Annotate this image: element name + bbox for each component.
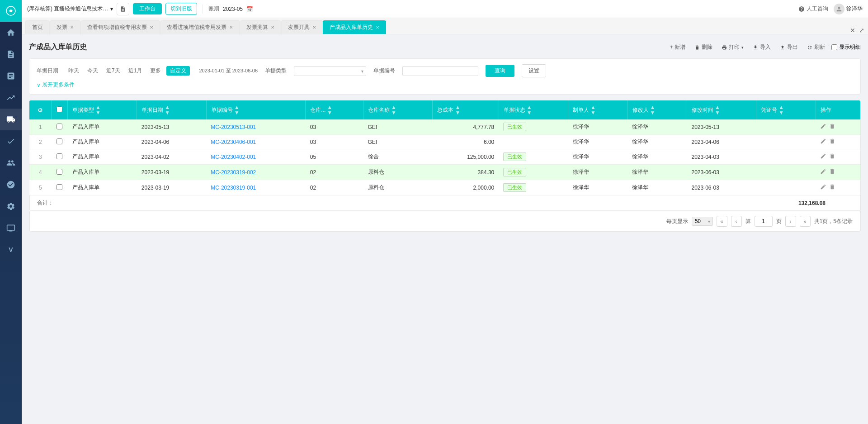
tab-product-history[interactable]: 产成品入库单历史 ✕ bbox=[323, 20, 386, 34]
date-filter-label: 单据日期 bbox=[37, 67, 58, 75]
sidebar-item-warehouse[interactable] bbox=[0, 109, 22, 130]
doc-icon-button[interactable] bbox=[117, 3, 129, 15]
expand-filter-button[interactable]: ∨ 展开更多条件 bbox=[37, 81, 75, 89]
workbench-button[interactable]: 工作台 bbox=[133, 3, 162, 14]
sidebar-item-chart[interactable] bbox=[0, 65, 22, 87]
edit-icon[interactable] bbox=[820, 168, 826, 176]
tab-check-sales[interactable]: 查看销项增值税专用发票 ✕ bbox=[80, 20, 160, 34]
column-settings-icon[interactable]: ⚙ bbox=[34, 104, 47, 116]
row-number[interactable]: MC-20230319-002 bbox=[206, 165, 306, 180]
tab-check-purchase[interactable]: 查看进项增值税专用发票 ✕ bbox=[160, 20, 240, 34]
th-date[interactable]: 单据日期▲▼ bbox=[137, 100, 206, 119]
company-selector[interactable]: (库存核算) 直播轻抻通信息技术股份... ▾ bbox=[27, 5, 113, 13]
prev-page-button[interactable]: ‹ bbox=[731, 216, 742, 227]
edit-icon[interactable] bbox=[820, 153, 826, 161]
th-status[interactable]: 单据状态▲▼ bbox=[499, 100, 568, 119]
row-number[interactable]: MC-20230402-001 bbox=[206, 149, 306, 165]
tab-invoice-calc[interactable]: 发票测算 ✕ bbox=[240, 20, 281, 34]
last-page-button[interactable]: » bbox=[800, 216, 811, 227]
th-creator[interactable]: 制单人▲▼ bbox=[568, 100, 627, 119]
row-number[interactable]: MC-20230319-001 bbox=[206, 180, 306, 195]
type-select[interactable] bbox=[294, 66, 366, 76]
edit-icon[interactable] bbox=[820, 184, 826, 191]
date-option-more[interactable]: 更多 bbox=[147, 66, 164, 76]
export-button[interactable]: 导出 bbox=[777, 42, 801, 53]
sidebar-item-group[interactable] bbox=[0, 152, 22, 174]
delete-row-icon[interactable] bbox=[829, 184, 835, 191]
edit-icon[interactable] bbox=[820, 138, 826, 146]
table-row: 5 产品入库单 2023-03-19 MC-20230319-001 02 原料… bbox=[29, 180, 860, 195]
tab-product-history-close[interactable]: ✕ bbox=[376, 25, 379, 30]
row-number-link[interactable]: MC-20230319-002 bbox=[211, 169, 256, 176]
period-calendar-icon[interactable]: 📅 bbox=[246, 6, 253, 12]
sidebar-item-settings[interactable] bbox=[0, 195, 22, 217]
tab-home[interactable]: 首页 bbox=[25, 20, 50, 34]
th-modify-time[interactable]: 修改时间▲▼ bbox=[687, 100, 756, 119]
sidebar-item-invoice[interactable] bbox=[0, 43, 22, 65]
th-voucher[interactable]: 凭证号▲▼ bbox=[756, 100, 816, 119]
row-number[interactable]: MC-20230513-001 bbox=[206, 119, 306, 135]
page-number-input[interactable] bbox=[755, 216, 773, 227]
row-number-link[interactable]: MC-20230402-001 bbox=[211, 154, 256, 160]
row-checkbox[interactable] bbox=[57, 138, 62, 144]
row-checkbox[interactable] bbox=[57, 153, 62, 159]
tab-invoice[interactable]: 发票 ✕ bbox=[50, 20, 80, 34]
delete-row-icon[interactable] bbox=[829, 153, 835, 161]
sidebar-item-task[interactable] bbox=[0, 130, 22, 152]
action-icons bbox=[820, 123, 856, 131]
refresh-button[interactable]: 刷新 bbox=[804, 42, 828, 53]
tab-maximize-icon[interactable]: ⤢ bbox=[859, 27, 864, 34]
tab-invoice-open[interactable]: 发票开具 ✕ bbox=[281, 20, 323, 34]
th-settings[interactable]: ⚙ bbox=[29, 100, 52, 119]
row-number-link[interactable]: MC-20230513-001 bbox=[211, 124, 256, 130]
tab-invoice-open-close[interactable]: ✕ bbox=[312, 25, 316, 30]
th-total-cost[interactable]: 总成本▲▼ bbox=[433, 100, 499, 119]
tab-close-all-icon[interactable]: ✕ bbox=[850, 27, 855, 34]
delete-row-icon[interactable] bbox=[829, 123, 835, 131]
per-page-select[interactable]: 50 100 bbox=[692, 217, 713, 226]
sidebar-item-video[interactable] bbox=[0, 217, 22, 239]
delete-button[interactable]: 删除 bbox=[692, 42, 715, 53]
th-type[interactable]: 单据类型▲▼ bbox=[68, 100, 137, 119]
edit-icon[interactable] bbox=[820, 123, 826, 131]
date-option-custom[interactable]: 自定义 bbox=[166, 66, 190, 76]
tab-invoice-calc-close[interactable]: ✕ bbox=[271, 25, 274, 30]
query-button[interactable]: 查询 bbox=[486, 65, 514, 77]
row-number-link[interactable]: MC-20230319-001 bbox=[211, 185, 256, 191]
select-all-checkbox[interactable] bbox=[57, 106, 62, 112]
show-detail-label[interactable]: 显示明细 bbox=[831, 43, 861, 51]
import-button[interactable]: 导入 bbox=[750, 42, 774, 53]
th-modifier[interactable]: 修改人▲▼ bbox=[627, 100, 687, 119]
date-option-1month[interactable]: 近1月 bbox=[126, 66, 145, 76]
row-number[interactable]: MC-20230406-001 bbox=[206, 135, 306, 149]
row-checkbox[interactable] bbox=[57, 169, 62, 175]
th-number[interactable]: 单据编号▲▼ bbox=[206, 100, 306, 119]
number-input[interactable] bbox=[402, 66, 478, 76]
next-page-button[interactable]: › bbox=[785, 216, 796, 227]
service-button[interactable]: 人工咨询 bbox=[798, 5, 828, 13]
new-button[interactable]: + 新增 bbox=[667, 42, 688, 53]
date-option-yesterday[interactable]: 昨天 bbox=[66, 66, 82, 76]
date-option-7days[interactable]: 近7天 bbox=[104, 66, 123, 76]
date-option-today[interactable]: 今天 bbox=[85, 66, 101, 76]
user-info[interactable]: 徐泽华 bbox=[834, 4, 863, 14]
sidebar-item-analytics[interactable] bbox=[0, 87, 22, 109]
sidebar-item-version[interactable]: V bbox=[0, 239, 22, 261]
switch-version-button[interactable]: 切到旧版 bbox=[165, 3, 197, 15]
first-page-button[interactable]: « bbox=[717, 216, 727, 227]
sidebar-item-purchase[interactable] bbox=[0, 174, 22, 195]
tab-check-purchase-close[interactable]: ✕ bbox=[229, 25, 233, 30]
delete-row-icon[interactable] bbox=[829, 168, 835, 176]
tab-invoice-close[interactable]: ✕ bbox=[70, 25, 74, 30]
row-checkbox[interactable] bbox=[57, 184, 62, 190]
tab-check-sales-close[interactable]: ✕ bbox=[150, 25, 153, 30]
row-number-link[interactable]: MC-20230406-001 bbox=[211, 139, 256, 145]
th-warehouse-code[interactable]: 仓库...▲▼ bbox=[306, 100, 363, 119]
setting-button[interactable]: 设置 bbox=[522, 64, 546, 77]
row-checkbox[interactable] bbox=[57, 124, 62, 129]
show-detail-checkbox[interactable] bbox=[831, 44, 837, 50]
th-warehouse-name[interactable]: 仓库名称▲▼ bbox=[363, 100, 433, 119]
print-button[interactable]: 打印 ▾ bbox=[719, 42, 746, 53]
sidebar-item-home[interactable] bbox=[0, 22, 22, 43]
delete-row-icon[interactable] bbox=[829, 138, 835, 146]
